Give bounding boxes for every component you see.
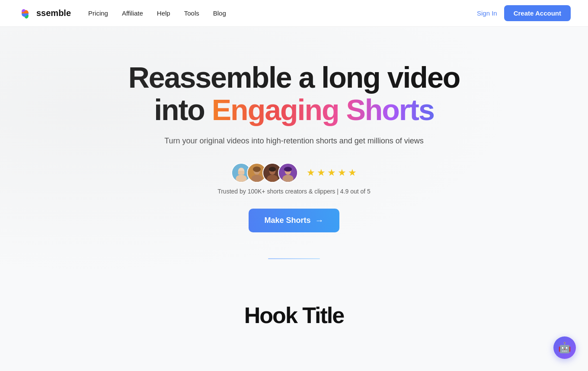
nav-help[interactable]: Help [157, 10, 170, 17]
svg-point-15 [282, 174, 294, 182]
social-proof: ★ ★ ★ ★ ★ [231, 163, 357, 183]
nav-tools[interactable]: Tools [184, 10, 199, 17]
avatar-4 [278, 163, 298, 183]
svg-point-3 [236, 174, 247, 182]
star-3: ★ [327, 167, 336, 178]
chatbot-button[interactable]: 🤖 [553, 336, 576, 359]
hero-title-into: into [154, 93, 212, 126]
chatbot-icon: 🤖 [558, 342, 571, 354]
avatar-4-img [279, 163, 297, 183]
logo-link[interactable]: ssemble [17, 6, 71, 21]
hero-section: Reassemble a long video into Engaging Sh… [0, 27, 588, 302]
nav-affiliate[interactable]: Affiliate [122, 10, 143, 17]
hook-title-text: Hook Title [244, 303, 344, 328]
hero-title-line2: into Engaging Shorts [128, 94, 460, 126]
divider-line [268, 258, 320, 259]
signin-button[interactable]: Sign In [477, 10, 497, 17]
divider-section [9, 258, 579, 259]
nav-actions: Sign In Create Account [477, 5, 571, 21]
hero-title-line1: Reassemble a long video [128, 61, 460, 94]
nav-blog[interactable]: Blog [213, 10, 226, 17]
navbar: ssemble Pricing Affiliate Help Tools Blo… [0, 0, 588, 27]
avatar-group [231, 163, 298, 183]
hero-subtitle: Turn your original videos into high-rete… [164, 136, 424, 146]
cta-label: Make Shorts [264, 216, 310, 225]
hook-title-preview: Hook Title [244, 302, 344, 328]
svg-point-12 [269, 167, 276, 171]
hero-title-shorts: Shorts [346, 93, 434, 126]
logo-icon [17, 6, 33, 21]
trust-text: Trusted by 100K+ shorts creators & clipp… [217, 188, 371, 195]
star-4: ★ [338, 167, 346, 178]
arrow-icon: → [315, 216, 324, 225]
star-2: ★ [317, 167, 326, 178]
star-1: ★ [307, 167, 315, 178]
nav-links: Pricing Affiliate Help Tools Blog [88, 10, 477, 17]
below-fold-section: Hook Title [0, 302, 588, 346]
stars-section: ★ ★ ★ ★ ★ [307, 167, 357, 178]
svg-point-8 [253, 166, 261, 172]
svg-point-7 [251, 174, 262, 182]
svg-rect-4 [238, 171, 245, 174]
create-account-button[interactable]: Create Account [504, 5, 571, 21]
svg-point-16 [284, 167, 292, 171]
hero-title: Reassemble a long video into Engaging Sh… [128, 61, 460, 126]
make-shorts-button[interactable]: Make Shorts → [249, 209, 339, 232]
hero-title-engaging: Engaging [212, 93, 339, 126]
logo-text: ssemble [36, 8, 71, 18]
svg-point-11 [267, 174, 278, 182]
star-5: ★ [348, 167, 357, 178]
nav-pricing[interactable]: Pricing [88, 10, 108, 17]
stars: ★ ★ ★ ★ ★ [307, 167, 357, 178]
